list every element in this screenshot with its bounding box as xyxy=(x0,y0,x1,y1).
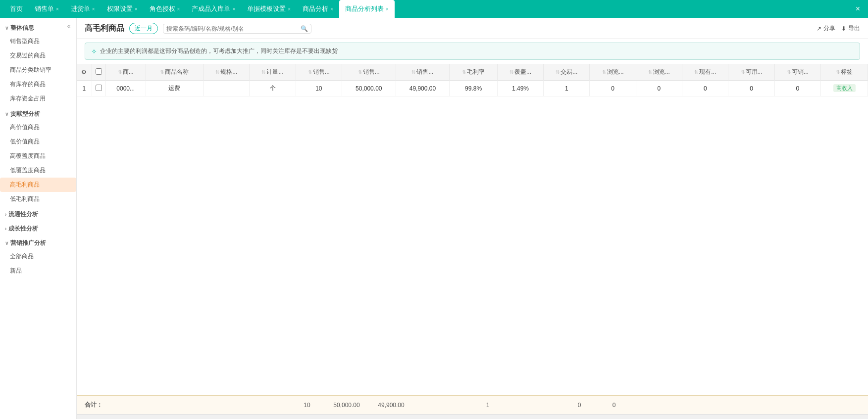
main-layout: « ∨整体信息销售型商品交易过的商品商品分类助销率有库存的商品库存资金占用∨贡献… xyxy=(0,18,868,419)
sidebar-collapse-button[interactable]: « xyxy=(64,22,73,31)
cell-browse2: 0 xyxy=(636,81,682,96)
cell-coverage: 1.49% xyxy=(497,81,543,96)
tab-close-icon[interactable]: × xyxy=(56,6,59,12)
table-container: ⚙⇅商...⇅商品名称⇅规格...⇅计量...⇅销售...⇅销售...⇅销售..… xyxy=(77,64,868,395)
tab-close-icon[interactable]: × xyxy=(92,6,95,12)
nav-tab-商品分析列表[interactable]: 商品分析列表× xyxy=(339,0,395,18)
tab-close-icon[interactable]: × xyxy=(386,6,389,12)
bottom-scrollbar[interactable] xyxy=(77,414,868,419)
table-footer: 合计： 1050,000.0049,900.00100 xyxy=(77,395,868,414)
browse-link[interactable]: 0 xyxy=(611,85,614,92)
footer-cell-empty6 xyxy=(260,402,290,409)
cell-sales_profit: 49,900.00 xyxy=(396,81,450,96)
window-close-button[interactable]: × xyxy=(852,4,864,13)
cell-spec xyxy=(204,81,250,96)
th-name: ⇅商品名称 xyxy=(146,64,203,81)
th-code: ⇅商... xyxy=(105,64,146,81)
sidebar-item-库存资金占用[interactable]: 库存资金占用 xyxy=(0,92,76,106)
tab-close-icon[interactable]: × xyxy=(177,6,180,12)
cell-available_stock: 0 xyxy=(728,81,774,96)
sidebar-item-高覆盖度商品[interactable]: 高覆盖度商品 xyxy=(0,149,76,163)
share-button[interactable]: ↗ 分享 xyxy=(817,24,835,33)
sidebar-item-有库存的商品[interactable]: 有库存的商品 xyxy=(0,77,76,92)
row-checkbox[interactable] xyxy=(96,85,102,91)
th-saleable_stock: ⇅可销... xyxy=(774,64,820,81)
th-checkbox xyxy=(92,64,105,81)
sidebar-item-全部商品[interactable]: 全部商品 xyxy=(0,249,76,264)
sort-icon[interactable]: ⇅ xyxy=(215,69,219,75)
footer-cell-empty3 xyxy=(141,402,171,409)
footer-cell-empty4 xyxy=(171,402,230,409)
nav-tab-产成品入库单[interactable]: 产成品入库单× xyxy=(186,0,241,18)
sort-icon[interactable]: ⇅ xyxy=(741,69,745,75)
sidebar-group-title[interactable]: ›流通性分析 xyxy=(0,206,76,221)
nav-tab-进货单[interactable]: 进货单× xyxy=(65,0,101,18)
th-browse2: ⇅浏览... xyxy=(636,64,682,81)
gear-icon[interactable]: ⚙ xyxy=(81,69,87,76)
sort-icon[interactable]: ⇅ xyxy=(411,69,415,75)
footer-label: 合计： xyxy=(85,401,102,409)
tab-close-icon[interactable]: × xyxy=(232,6,235,12)
cell-saleable_stock: 0 xyxy=(774,81,820,96)
select-all-checkbox[interactable] xyxy=(96,68,102,75)
footer-cell-empty12 xyxy=(666,402,696,409)
tab-close-icon[interactable]: × xyxy=(288,6,291,12)
sort-icon[interactable]: ⇅ xyxy=(358,69,362,75)
sidebar-group: ∨贡献型分析高价值商品低价值商品高覆盖度商品低覆盖度商品高毛利商品低毛利商品 xyxy=(0,106,76,206)
cell-code: 0000... xyxy=(105,81,146,96)
sidebar-item-高毛利商品[interactable]: 高毛利商品 xyxy=(0,178,76,192)
search-input[interactable] xyxy=(166,25,299,32)
sidebar-item-新品[interactable]: 新品 xyxy=(0,264,76,278)
sort-icon[interactable]: ⇅ xyxy=(308,69,312,75)
th-sales_amount: ⇅销售... xyxy=(342,64,396,81)
sidebar-item-低毛利商品[interactable]: 低毛利商品 xyxy=(0,192,76,206)
sort-icon[interactable]: ⇅ xyxy=(602,69,606,75)
filter-button[interactable]: 近一月 xyxy=(129,23,158,34)
sidebar-item-低价值商品[interactable]: 低价值商品 xyxy=(0,135,76,149)
cell-current_stock: 0 xyxy=(682,81,728,96)
th-gross_margin: ⇅毛利率 xyxy=(450,64,498,81)
cell-browse1[interactable]: 0 xyxy=(590,81,636,96)
sidebar-group: ›流通性分析 xyxy=(0,206,76,221)
nav-tab-角色授权[interactable]: 角色授权× xyxy=(144,0,186,18)
sort-icon[interactable]: ⇅ xyxy=(836,69,840,75)
table-row: 10000...运费个1050,000.0049,900.0099.8%1.49… xyxy=(77,81,868,96)
sidebar-item-交易过的商品[interactable]: 交易过的商品 xyxy=(0,48,76,63)
sidebar-item-低覆盖度商品[interactable]: 低覆盖度商品 xyxy=(0,163,76,178)
th-index: ⚙ xyxy=(77,64,92,81)
nav-tab-权限设置[interactable]: 权限设置× xyxy=(101,0,144,18)
nav-tab-单据模板设置[interactable]: 单据模板设置× xyxy=(241,0,297,18)
sort-icon[interactable]: ⇅ xyxy=(118,69,122,75)
footer-cell-empty8 xyxy=(443,402,473,409)
tab-close-icon[interactable]: × xyxy=(330,6,333,12)
search-icon[interactable]: 🔍 xyxy=(301,25,308,32)
sort-icon[interactable]: ⇅ xyxy=(510,69,513,75)
sort-icon[interactable]: ⇅ xyxy=(556,69,560,75)
cell-checkbox xyxy=(92,81,105,96)
cell-unit: 个 xyxy=(250,81,296,96)
sidebar-item-销售型商品[interactable]: 销售型商品 xyxy=(0,34,76,48)
th-available_stock: ⇅可用... xyxy=(728,64,774,81)
export-button[interactable]: ⬇ 导出 xyxy=(841,24,860,33)
sort-icon[interactable]: ⇅ xyxy=(787,69,791,75)
tab-close-icon[interactable]: × xyxy=(135,6,138,12)
nav-tab-商品分析[interactable]: 商品分析× xyxy=(297,0,339,18)
sidebar-group-title[interactable]: ∨贡献型分析 xyxy=(0,106,76,120)
sort-icon[interactable]: ⇅ xyxy=(261,69,265,75)
sort-icon[interactable]: ⇅ xyxy=(694,69,698,75)
sort-icon[interactable]: ⇅ xyxy=(462,69,466,75)
sort-icon[interactable]: ⇅ xyxy=(648,69,652,75)
sidebar-group-title[interactable]: ›成长性分析 xyxy=(0,221,76,235)
nav-tab-首页[interactable]: 首页 xyxy=(4,0,29,18)
group-arrow-icon: ∨ xyxy=(5,240,8,246)
footer-cell-empty9 xyxy=(503,402,532,409)
content-header: 高毛利商品 近一月 🔍 ↗ 分享 ⬇ 导出 xyxy=(77,18,868,39)
data-table: ⚙⇅商...⇅商品名称⇅规格...⇅计量...⇅销售...⇅销售...⇅销售..… xyxy=(77,64,868,96)
cell-sales_count: 10 xyxy=(296,81,342,96)
sidebar-group-title[interactable]: ∨营销推广分析 xyxy=(0,235,76,249)
group-arrow-icon: › xyxy=(5,212,6,217)
nav-tab-销售单[interactable]: 销售单× xyxy=(29,0,65,18)
sort-icon[interactable]: ⇅ xyxy=(160,69,164,75)
sidebar-item-商品分类助销率[interactable]: 商品分类助销率 xyxy=(0,63,76,77)
sidebar-item-高价值商品[interactable]: 高价值商品 xyxy=(0,120,76,135)
